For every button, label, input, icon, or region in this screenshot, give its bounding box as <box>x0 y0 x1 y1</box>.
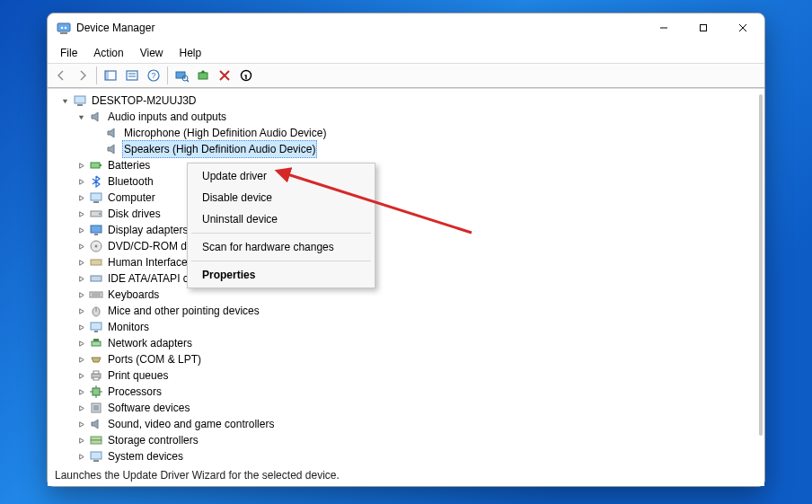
chevron-right-icon[interactable] <box>75 240 87 252</box>
menu-help[interactable]: Help <box>172 45 209 61</box>
tree-software-devices[interactable]: Software devices <box>51 400 764 416</box>
chevron-right-icon[interactable] <box>75 369 87 382</box>
menu-action[interactable]: Action <box>86 45 130 61</box>
disk-icon <box>89 207 103 221</box>
svg-rect-51 <box>91 440 102 444</box>
menubar: File Action View Help <box>48 42 764 63</box>
tree-ide[interactable]: IDE ATA/ATAPI controllers <box>51 270 764 287</box>
tree-audio[interactable]: Audio inputs and outputs <box>51 109 764 125</box>
svg-rect-12 <box>176 72 185 78</box>
tree-storage[interactable]: Storage controllers <box>51 432 764 448</box>
svg-rect-21 <box>91 193 102 200</box>
tree-keyboards[interactable]: Keyboards <box>51 287 764 303</box>
chevron-right-icon[interactable] <box>75 288 87 301</box>
svg-point-24 <box>99 213 101 215</box>
software-icon <box>89 401 103 415</box>
svg-rect-6 <box>105 71 109 80</box>
tree-audio-mic-label: Microphone (High Definition Audio Device… <box>122 125 328 141</box>
tree-processors[interactable]: Processors <box>51 384 764 400</box>
svg-rect-30 <box>91 276 102 281</box>
svg-point-2 <box>61 27 63 29</box>
disc-icon <box>89 239 103 253</box>
tree-mice[interactable]: Mice and other pointing devices <box>51 303 764 319</box>
close-button[interactable] <box>723 14 763 41</box>
tree-batteries[interactable]: Batteries <box>51 157 764 173</box>
ctx-disable-device[interactable]: Disable device <box>190 187 373 208</box>
back-button[interactable] <box>51 66 71 85</box>
tree-sound-label: Sound, video and game controllers <box>106 416 276 432</box>
disable-button[interactable] <box>236 66 256 85</box>
properties-button[interactable] <box>122 66 142 85</box>
tree-dvd[interactable]: DVD/CD-ROM drives <box>51 238 764 254</box>
chevron-right-icon[interactable] <box>75 418 87 430</box>
tree-sound[interactable]: Sound, video and game controllers <box>51 416 764 432</box>
chevron-right-icon[interactable] <box>75 272 87 285</box>
svg-rect-53 <box>93 460 99 462</box>
chevron-right-icon[interactable] <box>75 385 87 398</box>
tree-display-adapters[interactable]: Display adapters <box>51 222 764 238</box>
chevron-right-icon[interactable] <box>75 208 87 220</box>
tree-system-devices[interactable]: System devices <box>51 448 764 464</box>
tree-audio-speakers[interactable]: Speakers (High Definition Audio Device) <box>51 141 764 157</box>
ctx-properties[interactable]: Properties <box>190 264 373 286</box>
bluetooth-icon <box>89 174 103 189</box>
tree-hid[interactable]: Human Interface Devices <box>51 254 764 270</box>
tree-network[interactable]: Network adapters <box>51 335 764 351</box>
chevron-right-icon[interactable] <box>75 402 87 414</box>
svg-rect-39 <box>93 339 99 341</box>
cpu-icon <box>89 385 103 399</box>
chevron-right-icon[interactable] <box>75 321 87 333</box>
chevron-right-icon[interactable] <box>75 191 87 204</box>
svg-line-14 <box>187 80 189 82</box>
tree-disk-drives[interactable]: Disk drives <box>51 206 764 222</box>
svg-text:?: ? <box>151 71 155 80</box>
vertical-scrollbar[interactable] <box>759 94 763 436</box>
chevron-down-icon[interactable] <box>75 111 87 123</box>
tree-monitors[interactable]: Monitors <box>51 319 764 335</box>
menu-file[interactable]: File <box>53 45 84 61</box>
svg-rect-15 <box>199 73 207 79</box>
maximize-button[interactable] <box>684 14 723 41</box>
hid-icon <box>89 255 103 270</box>
uninstall-button[interactable] <box>215 66 234 85</box>
tree-root[interactable]: DESKTOP-M2UUJ3D <box>51 93 764 109</box>
svg-rect-18 <box>77 104 83 106</box>
tree-computer[interactable]: Computer <box>51 190 764 206</box>
chevron-right-icon[interactable] <box>75 353 87 366</box>
scan-hardware-button[interactable] <box>172 66 191 85</box>
statusbar: Launches the Update Driver Wizard for th… <box>48 466 764 486</box>
tree-bluetooth[interactable]: Bluetooth <box>51 173 764 190</box>
chevron-right-icon[interactable] <box>75 224 87 236</box>
update-driver-button[interactable] <box>193 66 213 85</box>
ctx-uninstall-device[interactable]: Uninstall device <box>190 208 373 230</box>
chevron-down-icon[interactable] <box>58 94 71 107</box>
ctx-scan-hardware[interactable]: Scan for hardware changes <box>190 236 373 258</box>
minimize-button[interactable] <box>644 14 684 41</box>
svg-rect-38 <box>92 341 101 346</box>
speaker-icon <box>89 417 103 431</box>
tree-audio-mic[interactable]: Microphone (High Definition Audio Device… <box>51 125 764 141</box>
svg-rect-25 <box>91 225 102 233</box>
show-hide-console-button[interactable] <box>101 66 120 85</box>
tree-print-queues[interactable]: Print queues <box>51 367 764 384</box>
mouse-icon <box>89 304 103 318</box>
chevron-right-icon[interactable] <box>75 256 87 269</box>
chevron-right-icon[interactable] <box>75 159 87 172</box>
tree-batteries-label: Batteries <box>106 157 152 173</box>
chevron-right-icon[interactable] <box>75 450 87 463</box>
help-button[interactable]: ? <box>144 66 163 85</box>
chevron-right-icon[interactable] <box>75 434 87 447</box>
tree-ports-label: Ports (COM & LPT) <box>106 351 203 367</box>
chevron-right-icon[interactable] <box>75 175 87 188</box>
chevron-right-icon[interactable] <box>75 337 87 349</box>
device-manager-window: Device Manager File Action View Help ? <box>47 13 765 487</box>
device-tree[interactable]: DESKTOP-M2UUJ3D Audio inputs and outputs… <box>48 88 764 466</box>
chevron-right-icon[interactable] <box>75 305 87 317</box>
svg-rect-31 <box>90 292 102 297</box>
tree-ports[interactable]: Ports (COM & LPT) <box>51 351 764 367</box>
menu-view[interactable]: View <box>133 45 171 61</box>
ctx-update-driver[interactable]: Update driver <box>190 165 373 187</box>
tree-mice-label: Mice and other pointing devices <box>106 303 261 319</box>
forward-button[interactable] <box>73 66 93 85</box>
svg-rect-52 <box>91 452 102 459</box>
